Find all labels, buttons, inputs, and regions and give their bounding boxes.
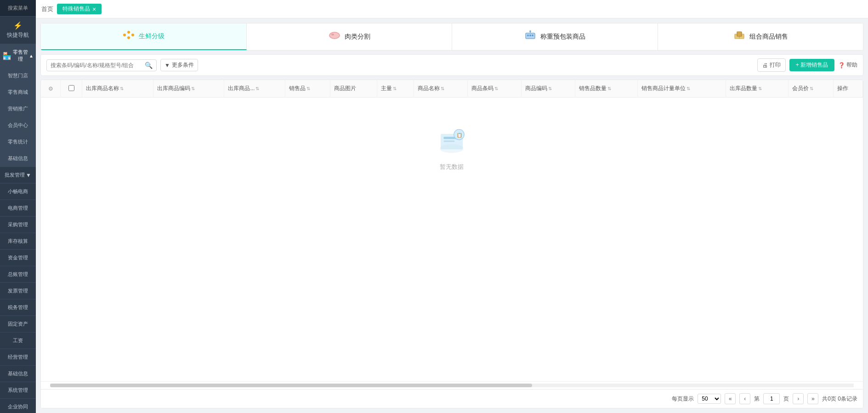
- sidebar-item-fund[interactable]: 资金管理: [0, 250, 36, 266]
- last-page-button[interactable]: »: [807, 393, 818, 404]
- sidebar-item-biz-mgmt[interactable]: 经营管理: [0, 349, 36, 366]
- table-header-row: ⚙ 出库商品名称⇅ 出库商品编码⇅ 出库商品...⇅ 销售品⇅ 商品图片 主量⇅…: [41, 80, 863, 98]
- empty-state-illustration: 📋: [433, 125, 470, 157]
- filter-button[interactable]: ▼ 更多条件: [160, 59, 198, 71]
- sort-icon[interactable]: ⇅: [441, 86, 444, 91]
- table-scroll[interactable]: ⚙ 出库商品名称⇅ 出库商品编码⇅ 出库商品...⇅ 销售品⇅ 商品图片 主量⇅…: [41, 80, 863, 381]
- sidebar-item-purchase[interactable]: 采购管理: [0, 217, 36, 233]
- active-tab[interactable]: 特殊销售品 ×: [57, 4, 102, 14]
- scrollbar-track[interactable]: [50, 384, 854, 387]
- sort-icon[interactable]: ⇅: [548, 86, 552, 91]
- search-input[interactable]: [51, 62, 142, 69]
- meat-cut-icon: [328, 30, 341, 43]
- invoice-label: 发票管理: [8, 287, 28, 294]
- tab-weight-pkg-label: 称重预包装商品: [540, 33, 585, 41]
- sidebar-item-label: 零售管理: [12, 49, 28, 63]
- svg-text:📋: 📋: [457, 132, 462, 138]
- svg-point-3: [127, 36, 130, 39]
- sidebar-item-retail-mall[interactable]: 零售商城: [0, 84, 36, 101]
- sidebar-item-smart-store[interactable]: 智慧门店: [0, 68, 36, 84]
- sort-icon[interactable]: ⇅: [607, 86, 611, 91]
- sidebar-item-wholesale[interactable]: 批发管理 ▼: [0, 167, 36, 184]
- tab-meat-cut[interactable]: 肉类分割: [247, 23, 453, 50]
- sort-icon[interactable]: ⇅: [120, 86, 124, 91]
- sidebar-item-retail-stats[interactable]: 零售统计: [0, 134, 36, 150]
- scrollbar-thumb[interactable]: [50, 384, 532, 387]
- sidebar-item-ledger[interactable]: 总账管理: [0, 266, 36, 283]
- sort-icon[interactable]: ⇅: [758, 86, 762, 91]
- sidebar-item-sys-mgmt[interactable]: 系统管理: [0, 382, 36, 399]
- svg-point-5: [331, 34, 334, 35]
- tab-meat-cut-label: 肉类分割: [345, 33, 370, 41]
- svg-point-11: [532, 34, 533, 36]
- th-main-weight: 主量⇅: [377, 80, 414, 98]
- print-button[interactable]: 🖨 打印: [757, 58, 786, 72]
- sidebar-item-marketing[interactable]: 营销推广: [0, 101, 36, 117]
- next-page-button[interactable]: ›: [793, 393, 804, 404]
- sidebar-item-enterprise[interactable]: 企业协同: [0, 399, 36, 413]
- th-out-name: 出库商品名称⇅: [82, 80, 153, 98]
- th-item-barcode: 商品条码⇅: [467, 80, 521, 98]
- sidebar-item-tax[interactable]: 税务管理: [0, 299, 36, 316]
- sort-icon[interactable]: ⇅: [686, 86, 690, 91]
- main-area: 首页 特殊销售品 × 生鲜分级: [36, 0, 868, 413]
- close-tab-icon[interactable]: ×: [92, 6, 96, 12]
- th-out-code: 出库商品编码⇅: [153, 80, 224, 98]
- add-sale-item-button[interactable]: + 新增销售品: [789, 59, 834, 71]
- th-sale-item: 销售品⇅: [285, 80, 330, 98]
- page-label-before: 第: [754, 395, 760, 403]
- sidebar-item-member-center[interactable]: 会员中心: [0, 117, 36, 134]
- sidebar-item-invoice[interactable]: 发票管理: [0, 283, 36, 299]
- wholesale-arrow: ▼: [26, 172, 31, 178]
- help-icon: ❓: [838, 62, 845, 69]
- empty-cell: 📋 暂无数据: [41, 98, 863, 199]
- horizontal-scrollbar[interactable]: [41, 381, 863, 389]
- sort-icon[interactable]: ⇅: [494, 86, 498, 91]
- member-center-label: 会员中心: [8, 122, 28, 129]
- pagination-bar: 每页显示 50 10 20 100 « ‹ 第 页 › » 共0页 0条记录: [41, 389, 863, 408]
- toolbar: 🔍 ▼ 更多条件 🖨 打印 + 新增销售品 ❓ 帮助: [40, 54, 863, 76]
- th-sale-unit: 销售商品计量单位⇅: [637, 80, 726, 98]
- sidebar-item-ecom-mgmt[interactable]: 电商管理: [0, 200, 36, 217]
- sort-icon[interactable]: ⇅: [191, 86, 195, 91]
- tab-weight-pkg[interactable]: 称重预包装商品: [452, 23, 658, 50]
- tab-combo[interactable]: 组合商品销售: [658, 23, 863, 50]
- per-page-select[interactable]: 50 10 20 100: [698, 394, 721, 404]
- sidebar-logo[interactable]: 搜索菜单: [0, 0, 36, 17]
- search-box[interactable]: 🔍: [46, 59, 157, 71]
- base-info-label: 基础信息: [8, 155, 28, 162]
- sidebar-item-wages[interactable]: 工资: [0, 333, 36, 349]
- fund-label: 资金管理: [8, 254, 28, 261]
- ecom-mgmt-label: 电商管理: [8, 205, 28, 212]
- empty-row: 📋 暂无数据: [41, 98, 863, 199]
- th-gear[interactable]: ⚙: [41, 80, 61, 98]
- sidebar-item-fixed-assets[interactable]: 固定资产: [0, 316, 36, 333]
- sidebar-item-retail-mgmt[interactable]: 🏪 零售管理 ▲: [0, 44, 36, 68]
- first-page-button[interactable]: «: [725, 393, 736, 404]
- current-page-input[interactable]: [763, 393, 780, 404]
- svg-point-1: [127, 31, 130, 34]
- help-button[interactable]: ❓ 帮助: [838, 61, 857, 69]
- sort-icon[interactable]: ⇅: [255, 86, 259, 91]
- search-icon: 🔍: [145, 62, 153, 69]
- tab-fresh-grade[interactable]: 生鲜分级: [41, 23, 247, 50]
- th-check[interactable]: [61, 80, 82, 98]
- select-all-checkbox[interactable]: [68, 85, 74, 91]
- sidebar-item-mini-ecom[interactable]: 小畅电商: [0, 184, 36, 200]
- sort-icon[interactable]: ⇅: [810, 86, 813, 91]
- total-label: 共0页 0条记录: [822, 395, 857, 403]
- inventory-label: 库存核算: [8, 238, 28, 245]
- prev-page-button[interactable]: ‹: [739, 393, 750, 404]
- th-item-name: 商品名称⇅: [414, 80, 467, 98]
- sort-icon[interactable]: ⇅: [306, 86, 310, 91]
- sidebar-item-inventory[interactable]: 库存核算: [0, 233, 36, 250]
- weight-pkg-icon: [524, 30, 537, 43]
- sidebar-item-base-info[interactable]: 基础信息: [0, 150, 36, 167]
- add-label: + 新增销售品: [796, 61, 828, 69]
- sys-mgmt-label: 系统管理: [8, 387, 28, 394]
- wholesale-label: 批发管理: [5, 172, 25, 178]
- sidebar-item-base-info2[interactable]: 基础信息: [0, 366, 36, 382]
- svg-point-0: [123, 34, 126, 36]
- sort-icon[interactable]: ⇅: [393, 86, 397, 91]
- sidebar-item-quick-nav[interactable]: ⚡ 快捷导航: [0, 17, 36, 44]
